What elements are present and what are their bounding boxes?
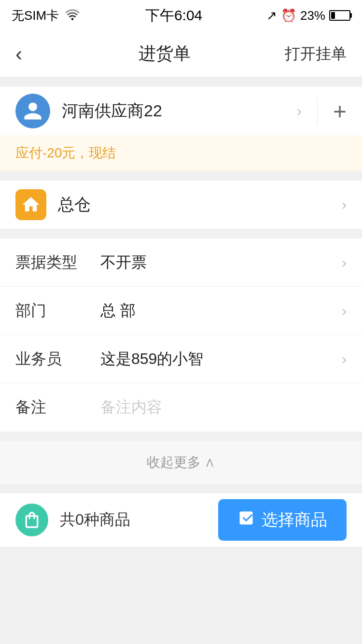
status-left: 无SIM卡 [12, 7, 81, 24]
status-bar: 无SIM卡 下午6:04 ↗ ⏰ 23% [0, 0, 362, 31]
select-product-label: 选择商品 [262, 509, 327, 531]
supplier-name: 河南供应商22 [62, 100, 297, 122]
shopping-bag-icon [22, 510, 42, 530]
salesperson-label: 业务员 [15, 349, 93, 370]
time-label: 下午6:04 [145, 6, 202, 26]
warehouse-icon [15, 189, 46, 220]
salesperson-value: 这是859的小智 [100, 349, 342, 370]
open-pending-button[interactable]: 打开挂单 [285, 43, 347, 65]
form-section: 票据类型 不开票 › 部门 总 部 › 业务员 这是859的小智 › 备注 备注… [0, 238, 362, 432]
product-icon [15, 504, 48, 536]
remark-input[interactable]: 备注内容 [100, 397, 347, 418]
alarm-icon: ⏰ [281, 8, 296, 23]
product-count-label: 共0种商品 [60, 509, 218, 531]
supplier-section[interactable]: 河南供应商22 › + [0, 87, 362, 135]
home-icon [21, 195, 41, 215]
salesperson-row[interactable]: 业务员 这是859的小智 › [0, 335, 362, 383]
remark-row[interactable]: 备注 备注内容 [0, 383, 362, 432]
nav-bar: ‹ 进货单 打开挂单 [0, 31, 362, 77]
department-value: 总 部 [100, 300, 342, 322]
notice-text: 应付-20元，现结 [15, 145, 116, 160]
battery-percent: 23% [300, 8, 325, 23]
invoice-type-row[interactable]: 票据类型 不开票 › [0, 238, 362, 287]
location-icon: ↗ [266, 8, 277, 23]
department-row[interactable]: 部门 总 部 › [0, 287, 362, 335]
divider-1 [0, 77, 362, 87]
collapse-bar[interactable]: 收起更多 ∧ [0, 441, 362, 484]
department-chevron-icon: › [342, 303, 347, 319]
department-label: 部门 [15, 300, 93, 322]
page-title: 进货单 [139, 42, 191, 66]
select-product-icon [237, 509, 255, 531]
select-product-button[interactable]: 选择商品 [218, 499, 347, 541]
warehouse-chevron-icon: › [342, 196, 347, 213]
supplier-chevron-icon: › [297, 103, 302, 119]
salesperson-chevron-icon: › [342, 351, 347, 367]
bottom-area [0, 546, 362, 644]
person-icon [22, 100, 43, 122]
wifi-icon [64, 7, 81, 24]
invoice-type-label: 票据类型 [15, 252, 93, 273]
carrier-label: 无SIM卡 [12, 7, 59, 24]
back-icon: ‹ [15, 42, 22, 66]
notice-bar: 应付-20元，现结 [0, 135, 362, 171]
warehouse-name: 总仓 [58, 194, 342, 216]
warehouse-section[interactable]: 总仓 › [0, 181, 362, 229]
invoice-type-chevron-icon: › [342, 254, 347, 271]
supplier-avatar [15, 94, 50, 128]
product-footer: 共0种商品 选择商品 [0, 493, 362, 546]
collapse-text: 收起更多 ∧ [147, 453, 216, 472]
remark-label: 备注 [15, 397, 93, 418]
back-button[interactable]: ‹ [15, 42, 44, 66]
add-supplier-button[interactable]: + [317, 97, 347, 126]
invoice-type-value: 不开票 [100, 252, 342, 273]
battery-icon [329, 10, 350, 21]
status-right: ↗ ⏰ 23% [266, 8, 350, 23]
